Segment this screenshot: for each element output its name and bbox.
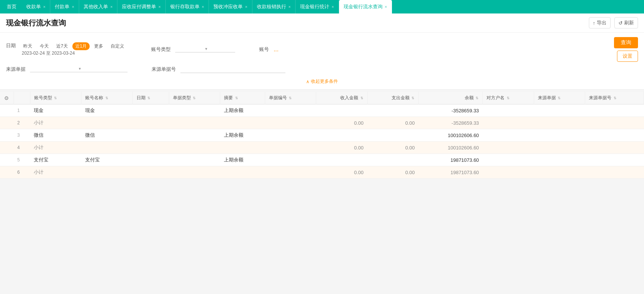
td-account-type: 小计 bbox=[30, 166, 81, 179]
td-source-doc bbox=[534, 129, 585, 142]
sort-icon[interactable]: ⇅ bbox=[105, 96, 108, 100]
sort-icon[interactable]: ⇅ bbox=[360, 96, 363, 100]
account-type-select[interactable]: ▾ bbox=[175, 46, 235, 52]
table-row: 1现金现金上期余额-3528659.33 bbox=[0, 104, 644, 117]
gear-icon[interactable]: ⚙ bbox=[4, 95, 9, 101]
close-icon[interactable]: × bbox=[158, 4, 161, 9]
nav-tab-other-income[interactable]: 其他收入单 × bbox=[79, 0, 117, 13]
nav-tab-fukuan[interactable]: 付款单 × bbox=[50, 0, 79, 13]
export-button[interactable]: ↑ 导出 bbox=[589, 17, 611, 28]
td-income: 0.00 bbox=[316, 166, 368, 179]
close-icon[interactable]: × bbox=[110, 4, 113, 9]
td-doc-type bbox=[169, 117, 220, 129]
td-summary: 上期余额 bbox=[220, 104, 265, 117]
td-counterpart bbox=[483, 154, 534, 166]
sort-icon[interactable]: ⇅ bbox=[147, 96, 150, 100]
date-opt-custom[interactable]: 自定义 bbox=[108, 42, 127, 50]
td-expense: 0.00 bbox=[367, 142, 419, 154]
date-opt-today[interactable]: 今天 bbox=[37, 42, 52, 50]
query-button[interactable]: 查询 bbox=[614, 37, 638, 48]
table-row: 5支付宝支付宝上期余额19871073.60 bbox=[0, 154, 644, 166]
source-doc-no-input[interactable] bbox=[180, 66, 285, 73]
close-icon[interactable]: × bbox=[43, 4, 45, 9]
sort-icon[interactable]: ⇅ bbox=[476, 96, 479, 100]
td-date bbox=[132, 129, 169, 142]
date-opt-1month[interactable]: 近1月 bbox=[72, 42, 90, 50]
nav-tab-bank-flow[interactable]: 现金银行流水查询 × bbox=[339, 0, 392, 13]
sort-icon[interactable]: ⇅ bbox=[289, 96, 292, 100]
collapse-bar[interactable]: ∧ 收起更多条件 bbox=[6, 77, 638, 86]
close-icon[interactable]: × bbox=[245, 4, 247, 9]
th-gear: ⚙ bbox=[0, 92, 14, 104]
td-summary: 上期余额 bbox=[220, 129, 265, 142]
date-range-display: 2023-02-24 至 2023-03-24 bbox=[22, 50, 127, 57]
td-date bbox=[132, 104, 169, 117]
th-source-doc-no: 来源单据号 ⇅ bbox=[585, 92, 644, 104]
nav-tab-shoukuan[interactable]: 收款单 × bbox=[22, 0, 50, 13]
table-row: 4小计0.000.00100102606.60 bbox=[0, 142, 644, 154]
nav-tab-bank-deposit[interactable]: 银行存取款单 × bbox=[166, 0, 209, 13]
td-gear bbox=[0, 142, 14, 154]
td-doc-no bbox=[265, 117, 316, 129]
date-opt-7days[interactable]: 近7天 bbox=[53, 42, 71, 50]
td-doc-no bbox=[265, 142, 316, 154]
td-balance: 19871073.60 bbox=[419, 154, 483, 166]
td-account-name: 支付宝 bbox=[81, 154, 133, 166]
date-filter-group: 日期 昨天 今天 近7天 近1月 更多 自定义 2023-02-24 至 202… bbox=[6, 42, 127, 57]
td-source-doc bbox=[534, 154, 585, 166]
td-account-type: 微信 bbox=[30, 129, 81, 142]
date-opt-yesterday[interactable]: 昨天 bbox=[20, 42, 35, 50]
td-counterpart bbox=[483, 117, 534, 129]
sort-icon[interactable]: ⇅ bbox=[411, 96, 414, 100]
close-icon[interactable]: × bbox=[202, 4, 204, 9]
td-account-type: 小计 bbox=[30, 117, 81, 129]
td-income bbox=[316, 104, 368, 117]
nav-tab-adjust[interactable]: 应收应付调整单 × bbox=[117, 0, 165, 13]
account-no-more[interactable]: ... bbox=[273, 46, 278, 53]
nav-tab-verify[interactable]: 收款核销执行 × bbox=[252, 0, 296, 13]
th-counterpart: 对方户名 ⇅ bbox=[483, 92, 534, 104]
td-counterpart bbox=[483, 142, 534, 154]
sort-icon[interactable]: ⇅ bbox=[558, 96, 561, 100]
th-num bbox=[14, 92, 30, 104]
sort-icon[interactable]: ⇅ bbox=[507, 96, 510, 100]
th-doc-type: 单据类型 ⇅ bbox=[169, 92, 220, 104]
th-date: 日期 ⇅ bbox=[132, 92, 169, 104]
date-options: 昨天 今天 近7天 近1月 更多 自定义 bbox=[20, 42, 127, 50]
td-expense bbox=[367, 154, 419, 166]
td-source-doc bbox=[534, 142, 585, 154]
nav-tab-prepay[interactable]: 预收冲应收单 × bbox=[209, 0, 252, 13]
sort-icon[interactable]: ⇅ bbox=[54, 96, 57, 100]
table-row: 6小计0.000.0019871073.60 bbox=[0, 166, 644, 179]
sort-icon[interactable]: ⇅ bbox=[235, 96, 238, 100]
close-icon[interactable]: × bbox=[332, 4, 334, 9]
sort-icon[interactable]: ⇅ bbox=[193, 96, 196, 100]
close-icon[interactable]: × bbox=[288, 4, 291, 9]
nav-tab-bank-stat[interactable]: 现金银行统计 × bbox=[296, 0, 339, 13]
th-source-doc: 来源单据 ⇅ bbox=[534, 92, 585, 104]
td-doc-no bbox=[265, 154, 316, 166]
filter-row-1: 日期 昨天 今天 近7天 近1月 更多 自定义 2023-02-24 至 202… bbox=[6, 37, 638, 62]
td-income: 0.00 bbox=[316, 117, 368, 129]
td-expense: 0.00 bbox=[367, 166, 419, 179]
td-num: 5 bbox=[14, 154, 30, 166]
date-opt-more[interactable]: 更多 bbox=[91, 42, 106, 50]
source-doc-label: 来源单据 bbox=[6, 66, 26, 73]
source-doc-no-filter-group: 来源单据号 bbox=[152, 66, 285, 73]
td-account-name: 微信 bbox=[81, 129, 133, 142]
td-source-doc bbox=[534, 117, 585, 129]
close-icon[interactable]: × bbox=[72, 4, 74, 9]
th-expense: 支出金额 ⇅ bbox=[367, 92, 419, 104]
td-gear bbox=[0, 129, 14, 142]
table-row: 2小计0.000.00-3528659.33 bbox=[0, 117, 644, 129]
settings-button[interactable]: 设置 bbox=[617, 51, 638, 62]
close-icon[interactable]: × bbox=[385, 4, 387, 9]
refresh-button[interactable]: ↺ 刷新 bbox=[614, 17, 638, 28]
source-doc-select[interactable]: ▾ bbox=[30, 66, 128, 72]
page-header: 现金银行流水查询 ↑ 导出 ↺ 刷新 bbox=[0, 13, 644, 33]
td-account-type: 支付宝 bbox=[30, 154, 81, 166]
sort-icon[interactable]: ⇅ bbox=[614, 96, 617, 100]
nav-home[interactable]: 首页 bbox=[2, 3, 22, 10]
td-account-type: 现金 bbox=[30, 104, 81, 117]
td-counterpart bbox=[483, 166, 534, 179]
